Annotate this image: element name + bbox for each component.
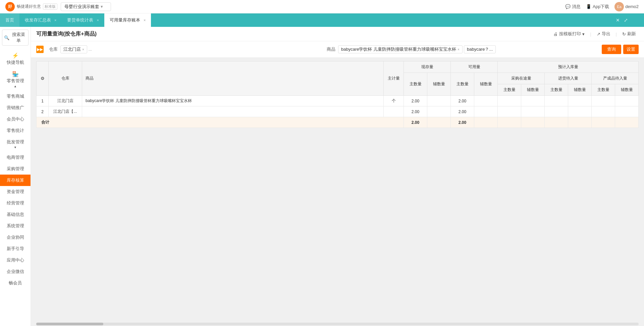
- industry-label: 母婴行业演示账套: [64, 4, 99, 10]
- gear-icon: ⚙: [41, 76, 45, 81]
- th-main-unit: 主计量: [384, 61, 404, 96]
- sidebar-item-batch[interactable]: 批发管理 ▼: [0, 136, 31, 152]
- cell-unit: 个: [384, 96, 404, 106]
- sidebar-item-member2[interactable]: 畅会员: [0, 277, 31, 289]
- product-tag-close-icon-1[interactable]: ×: [458, 48, 460, 51]
- sidebar-item-quick-nav[interactable]: ⚡ 快捷导航: [0, 50, 31, 68]
- export-icon: ↗: [597, 32, 600, 37]
- app-download-button[interactable]: 📱 App下载: [586, 4, 609, 10]
- query-button[interactable]: 查询: [602, 45, 621, 54]
- marketing-label: 营销推广: [7, 105, 24, 111]
- message-label: 消息: [572, 4, 581, 10]
- table-row: 1 江北门店 babycare学饮杯 儿童防摔防撞吸管杯重力球吸嘴杯宝宝水杯 个…: [37, 96, 639, 106]
- avatar: Ea: [614, 2, 624, 11]
- sidebar-item-operations[interactable]: 经营管理: [0, 197, 31, 209]
- filter-more-btn[interactable]: ...: [89, 47, 92, 52]
- table-row: 2 江北门店【... 2.00 2.00: [37, 106, 639, 117]
- top-bar: 好 畅捷通好生意 标准版 母婴行业演示账套 ▾ 💬 消息 📱 App下载 Ea …: [0, 0, 644, 13]
- th-product: 商品: [82, 61, 384, 96]
- sidebar-nav: ⚡ 快捷导航 🏪 零售管理 ▲ 零售商城 营销推广 会员中心 零售统计 批发管理: [0, 48, 31, 290]
- close-receipts-icon[interactable]: ×: [54, 18, 56, 22]
- search-icon: 🔍: [4, 35, 9, 40]
- sidebar-item-system[interactable]: 系统管理: [0, 220, 31, 232]
- inventory-label: 库存核算: [7, 177, 24, 183]
- cell-product: [82, 106, 384, 117]
- cell-purchase-sub: [521, 106, 545, 117]
- tab-orders[interactable]: 要货单统计表 ×: [62, 13, 104, 27]
- sidebar-item-enterprise[interactable]: 企业协同: [0, 232, 31, 243]
- export-button[interactable]: ↗ 导出: [594, 30, 613, 38]
- sidebar-item-zero-stats[interactable]: 零售统计: [0, 125, 31, 136]
- cell-available-sub: [474, 96, 498, 106]
- filter-area: ▶▶ 仓库 江北门店 × ... 商品 babycare学饮杯 儿童防摔防撞吸管…: [31, 41, 644, 58]
- tab-home[interactable]: 首页: [0, 13, 19, 27]
- sidebar-item-ecommerce[interactable]: 电商管理: [0, 152, 31, 163]
- close-all-tabs-icon[interactable]: ✕: [614, 16, 621, 24]
- close-orders-icon[interactable]: ×: [97, 18, 99, 22]
- warehouse-tag[interactable]: 江北门店 ×: [60, 45, 87, 53]
- industry-selector[interactable]: 母婴行业演示账套 ▾: [61, 2, 111, 11]
- warehouse-filter-label: 仓库: [49, 46, 58, 52]
- sidebar-item-finance[interactable]: 资金管理: [0, 186, 31, 197]
- total-label: 合计: [37, 117, 404, 128]
- refresh-icon: ↻: [622, 32, 626, 37]
- warehouse-tag-close-icon[interactable]: ×: [82, 48, 84, 51]
- separator-1: |: [590, 32, 591, 37]
- sidebar-item-newbie[interactable]: 新手引导: [0, 243, 31, 254]
- th-current-stock: 现存量: [404, 61, 451, 73]
- filter-right: 查询 设置: [602, 45, 639, 54]
- product-tag-1[interactable]: babycare学饮杯 儿童防摔防撞吸管杯重力球吸嘴杯宝宝水杯 ×: [338, 45, 463, 53]
- cell-warehouse: 江北门店: [49, 96, 82, 106]
- sidebar-item-zero-mall[interactable]: 零售商城: [0, 91, 31, 102]
- sidebar-item-app-center[interactable]: 应用中心: [0, 254, 31, 266]
- total-current-sub: [427, 117, 451, 128]
- sidebar-item-wx-enterprise[interactable]: 企业微信: [0, 266, 31, 277]
- warehouse-filter-tags: 江北门店 × ...: [60, 45, 321, 53]
- user-menu[interactable]: Ea demo2: [614, 2, 639, 11]
- th-incoming: 进货待入量: [545, 73, 592, 84]
- th-gear: ⚙: [37, 61, 49, 96]
- quick-nav-label: 快捷导航: [7, 59, 24, 65]
- th-current-sub: 辅数量: [427, 73, 451, 96]
- sidebar-item-basic[interactable]: 基础信息: [0, 209, 31, 220]
- enterprise-label: 企业协同: [7, 234, 24, 240]
- zero-sales-label: 零售管理: [7, 78, 24, 84]
- total-purchase-sub: [521, 117, 545, 128]
- home-tab-label: 首页: [5, 17, 14, 23]
- message-button[interactable]: 💬 消息: [565, 4, 581, 10]
- member2-label: 畅会员: [9, 280, 22, 286]
- sidebar-item-marketing[interactable]: 营销推广: [0, 102, 31, 113]
- horizontal-scrollbar[interactable]: [31, 322, 644, 326]
- expand-tabs-icon[interactable]: ⤢: [623, 16, 629, 24]
- app-download-label: App下载: [593, 4, 609, 10]
- sidebar-item-zero-sales[interactable]: 🏪 零售管理 ▲: [0, 68, 31, 91]
- product-tag-2[interactable]: babycare？...: [464, 45, 496, 53]
- available-tab-label: 可用量库存账本: [110, 17, 140, 23]
- print-chevron-icon: ▾: [582, 32, 585, 37]
- member-label: 会员中心: [7, 116, 24, 122]
- total-incoming-main: [545, 117, 568, 128]
- cell-available-sub: [474, 106, 498, 117]
- search-menu-button[interactable]: 🔍 搜索菜单: [2, 30, 29, 46]
- sidebar-item-member[interactable]: 会员中心: [0, 113, 31, 125]
- sidebar-item-inventory[interactable]: 库存核算: [0, 175, 31, 186]
- settings-button[interactable]: 设置: [623, 45, 639, 54]
- tab-receipts[interactable]: 收发存汇总表 ×: [19, 13, 62, 27]
- ecommerce-label: 电商管理: [7, 154, 24, 160]
- cell-no: 1: [37, 96, 49, 106]
- cell-production-sub: [615, 96, 639, 106]
- refresh-button[interactable]: ↻ 刷新: [620, 30, 639, 38]
- tab-available[interactable]: 可用量库存账本 ×: [104, 13, 151, 27]
- close-available-icon[interactable]: ×: [144, 18, 146, 22]
- print-template-button[interactable]: 🖨 按模板打印 ▾: [551, 30, 587, 38]
- chevron-down-icon: ▾: [101, 4, 103, 9]
- scrollbar-thumb[interactable]: [36, 323, 103, 325]
- data-table: ⚙ 仓库 商品 主计量 现存量 可用量 预计入库量 主数量 辅数量 主数量 辅数…: [36, 61, 639, 128]
- cell-current-main: 2.00: [404, 106, 427, 117]
- cell-purchase-sub: [521, 96, 545, 106]
- filter-expand-button[interactable]: ▶▶: [36, 46, 44, 53]
- total-production-sub: [615, 117, 639, 128]
- cell-incoming-sub: [568, 106, 592, 117]
- sidebar-item-purchase[interactable]: 采购管理: [0, 163, 31, 175]
- table-wrap: ⚙ 仓库 商品 主计量 现存量 可用量 预计入库量 主数量 辅数量 主数量 辅数…: [31, 58, 644, 322]
